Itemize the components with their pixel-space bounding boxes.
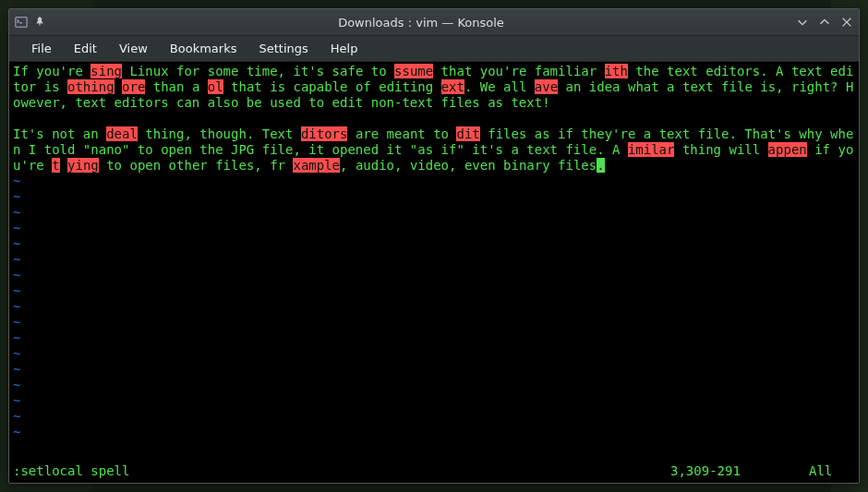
spell-error: xample <box>293 158 340 173</box>
vim-statusline: :setlocal spell 3,309-291 All <box>13 463 855 479</box>
cursor: . <box>597 158 604 173</box>
vim-tilde: ~ <box>13 362 855 378</box>
pin-icon[interactable] <box>33 16 46 29</box>
close-icon[interactable] <box>840 16 853 29</box>
spell-error: sing <box>90 64 122 78</box>
spell-error: ave <box>535 79 558 94</box>
svg-rect-0 <box>16 18 27 28</box>
menu-bookmarks[interactable]: Bookmarks <box>161 39 247 58</box>
vim-tilde: ~ <box>13 425 855 440</box>
maximize-icon[interactable] <box>818 16 831 29</box>
vim-empty-lines: ~~~~~~~~~~~~~~~~~ <box>13 174 855 440</box>
vim-tilde: ~ <box>13 346 855 362</box>
text-run: are meant to <box>347 126 456 141</box>
vim-tilde: ~ <box>13 315 855 330</box>
spell-error: t <box>52 158 59 173</box>
menubar: File Edit View Bookmarks Settings Help <box>9 36 859 62</box>
vim-tilde: ~ <box>13 299 855 315</box>
menu-edit[interactable]: Edit <box>65 39 106 58</box>
vim-tilde: ~ <box>13 189 855 205</box>
app-icon <box>15 16 28 29</box>
text-run: If you're <box>13 64 90 78</box>
vim-tilde: ~ <box>13 330 855 346</box>
vim-tilde: ~ <box>13 174 855 189</box>
vim-command: :setlocal spell <box>13 463 670 479</box>
minimize-icon[interactable] <box>796 16 809 29</box>
vim-percent: All <box>809 463 855 479</box>
menu-view[interactable]: View <box>110 39 157 58</box>
text-run: , audio, video, even binary files <box>340 158 597 173</box>
text-run: Linux for some time, it's safe to <box>122 64 394 78</box>
text-run: to open other files, fr <box>99 158 294 173</box>
spell-error: appen <box>768 142 807 157</box>
vim-tilde: ~ <box>13 236 855 252</box>
vim-tilde: ~ <box>13 205 855 221</box>
spell-error: othing <box>67 79 115 94</box>
spell-error: ying <box>67 158 99 173</box>
spell-error: deal <box>106 126 138 141</box>
vim-position: 3,309-291 <box>670 463 809 479</box>
text-run <box>115 79 122 94</box>
vim-tilde: ~ <box>13 409 855 425</box>
terminal-area[interactable]: If you're sing Linux for some time, it's… <box>9 62 859 483</box>
spell-error: ith <box>605 64 628 78</box>
text-run: than a <box>145 79 207 94</box>
menu-settings[interactable]: Settings <box>249 39 317 58</box>
spell-error: ssume <box>394 64 433 78</box>
konsole-window: Downloads : vim — Konsole File Edit View… <box>8 8 860 484</box>
spell-error: ditors <box>301 126 348 141</box>
menu-help[interactable]: Help <box>321 39 368 58</box>
text-run: thing, though. Text <box>138 126 301 141</box>
vim-tilde: ~ <box>13 393 855 409</box>
text-run: that is capable of editing <box>223 79 441 94</box>
vim-tilde: ~ <box>13 378 855 393</box>
vim-tilde: ~ <box>13 268 855 283</box>
vim-buffer[interactable]: If you're sing Linux for some time, it's… <box>13 64 855 174</box>
text-run <box>60 158 67 173</box>
vim-tilde: ~ <box>13 252 855 268</box>
window-title: Downloads : vim — Konsole <box>46 16 796 30</box>
spell-error: ore <box>122 79 145 94</box>
spell-error: ext <box>441 79 464 94</box>
vim-tilde: ~ <box>13 221 855 236</box>
menu-file[interactable]: File <box>22 39 61 58</box>
spell-error: dit <box>456 126 479 141</box>
titlebar[interactable]: Downloads : vim — Konsole <box>9 9 859 36</box>
spell-error: ol <box>208 79 223 94</box>
text-run: . We all <box>464 79 535 94</box>
text-run: that you're familiar <box>433 64 604 78</box>
spell-error: imilar <box>628 142 675 157</box>
vim-tilde: ~ <box>13 283 855 299</box>
text-run: thing will <box>674 142 767 157</box>
